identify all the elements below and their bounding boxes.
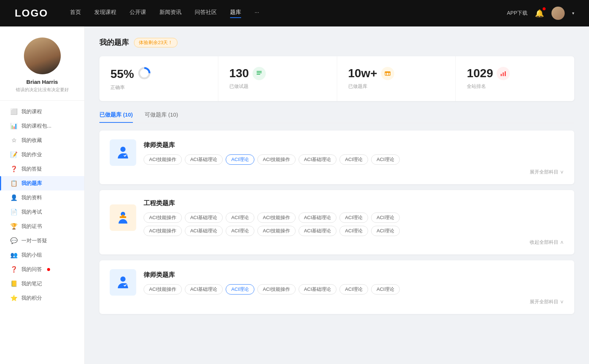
page-title: 我的题库 [99,38,129,47]
expand-link-0[interactable]: 展开全部科目 ∨ [110,169,564,175]
tag-1-6[interactable]: ACI理论 [371,213,400,223]
tag-1-13[interactable]: ACI理论 [371,226,400,236]
tag-2-3[interactable]: ACI技能操作 [257,284,296,295]
sidebar-item-question-bank[interactable]: 📋 我的题库 [0,176,84,190]
tag-1-3[interactable]: ACI技能操作 [257,213,296,223]
tag-1-12[interactable]: ACI理论 [339,226,368,236]
tag-0-4[interactable]: ACI基础理论 [299,154,337,165]
logo[interactable]: LOGO [15,7,48,19]
app-download-button[interactable]: APP下载 [507,10,528,17]
tag-0-5[interactable]: ACI理论 [339,154,368,165]
tag-0-6[interactable]: ACI理论 [371,154,400,165]
nav-open-course[interactable]: 公开课 [130,9,146,18]
stat-label-banks: 已做题库 [348,83,445,90]
user-menu-chevron[interactable]: ▾ [572,11,574,16]
avatar [24,38,61,74]
tag-1-10[interactable]: ACI技能操作 [257,226,296,236]
sidebar-item-favorites[interactable]: ☆ 我的收藏 [0,133,84,147]
sidebar-item-group[interactable]: 👥 我的小组 [0,248,84,262]
sidebar-item-my-course[interactable]: ⬜ 我的课程 [0,104,84,119]
qbank-icon-lawyer [110,139,136,166]
stat-value-rank: 1029 [467,67,493,80]
qbank-info: 律师类题库 ACI技能操作 ACI基础理论 ACI理论 ACI技能操作 ACI基… [144,141,564,165]
tag-2-2[interactable]: ACI理论 [226,284,254,295]
avatar-image [551,7,565,20]
sidebar-item-certificate[interactable]: 🏆 我的证书 [0,219,84,233]
question-icon: ❓ [10,165,18,172]
tag-1-8[interactable]: ACI基础理论 [185,226,223,236]
pie-chart-icon [138,67,151,81]
notification-bell[interactable]: 🔔 [535,9,544,18]
nav-news[interactable]: 新闻资讯 [159,9,181,18]
page-body: Brian Harris 错误的决定比没有决定要好 ⬜ 我的课程 📊 我的课程包… [0,26,589,364]
tags-row-0: ACI技能操作 ACI基础理论 ACI理论 ACI技能操作 ACI基础理论 AC… [144,154,564,165]
user-avatar-nav[interactable] [551,7,565,20]
tag-2-5[interactable]: ACI理论 [339,284,368,295]
qbank-header-1: 工程类题库 ACI技能操作 ACI基础理论 ACI理论 ACI技能操作 ACI基… [110,199,564,236]
sidebar-item-label: 我的考试 [21,209,42,215]
nav-courses[interactable]: 发现课程 [94,9,116,18]
tag-0-3[interactable]: ACI技能操作 [257,154,296,165]
tag-0-2[interactable]: ACI理论 [226,154,254,165]
tag-0-1[interactable]: ACI基础理论 [185,154,223,165]
tag-1-9[interactable]: ACI理论 [226,226,254,236]
trial-badge: 体验剩余23天！ [134,38,177,47]
stat-label-done: 已做试题 [229,83,326,90]
nav-question-bank[interactable]: 题库 [230,9,241,18]
sidebar-item-my-qa[interactable]: ❓ 我的问答 [0,262,84,276]
tag-1-4[interactable]: ACI基础理论 [299,213,337,223]
stat-done-banks: 10w+ 已做题库 [337,56,456,101]
stat-value-accuracy: 55% [110,67,134,81]
tag-1-1[interactable]: ACI基础理论 [185,213,223,223]
navbar: LOGO 首页 发现课程 公开课 新闻资讯 问答社区 题库 ··· APP下载 … [0,0,589,26]
svg-rect-3 [257,72,262,73]
tags-row-1b: ACI技能操作 ACI基础理论 ACI理论 ACI技能操作 ACI基础理论 AC… [144,226,564,236]
qbank-title-2: 律师类题库 [144,271,564,279]
sidebar-item-qa[interactable]: ❓ 我的答疑 [0,162,84,176]
stat-rank: 1029 全站排名 [456,56,574,101]
sidebar-item-one-on-one[interactable]: 💬 一对一答疑 [0,233,84,248]
profile-section: Brian Harris 错误的决定比没有决定要好 [0,38,84,101]
tag-0-0[interactable]: ACI技能操作 [144,154,182,165]
expand-link-2[interactable]: 展开全部科目 ∨ [110,299,564,305]
tab-done-banks[interactable]: 已做题库 (10) [99,111,133,123]
sidebar-item-course-pack[interactable]: 📊 我的课程包... [0,119,84,133]
sidebar-item-notes[interactable]: 📒 我的笔记 [0,276,84,291]
stat-done-questions: 130 已做试题 [218,56,337,101]
stat-top: 130 [229,67,326,80]
sidebar-item-points[interactable]: ⭐ 我的积分 [0,291,84,305]
sidebar-item-label: 一对一答疑 [21,238,47,244]
svg-rect-6 [385,72,390,73]
nav-home[interactable]: 首页 [70,9,81,18]
sidebar-item-label: 我的题库 [21,180,42,187]
sidebar-item-profile[interactable]: 👤 我的资料 [0,190,84,205]
group-icon: 👥 [10,251,18,258]
svg-rect-9 [501,74,502,76]
sidebar-item-exam[interactable]: 📄 我的考试 [0,205,84,219]
tags-row-2: ACI技能操作 ACI基础理论 ACI理论 ACI技能操作 ACI基础理论 AC… [144,284,564,295]
nav-more[interactable]: ··· [254,9,259,18]
profile-motto: 错误的决定比没有决定要好 [16,87,69,93]
svg-point-12 [120,147,126,152]
tag-1-5[interactable]: ACI理论 [339,213,368,223]
stat-top: 10w+ [348,67,445,80]
tab-available-banks[interactable]: 可做题库 (10) [145,111,178,123]
chat-icon: 💬 [10,237,18,244]
tag-1-2[interactable]: ACI理论 [226,213,254,223]
sidebar: Brian Harris 错误的决定比没有决定要好 ⬜ 我的课程 📊 我的课程包… [0,26,85,364]
tag-2-4[interactable]: ACI基础理论 [299,284,337,295]
qbank-info-2: 律师类题库 ACI技能操作 ACI基础理论 ACI理论 ACI技能操作 ACI基… [144,271,564,295]
svg-rect-2 [257,71,262,72]
qa-red-dot [47,268,50,271]
tag-2-1[interactable]: ACI基础理论 [185,284,223,295]
tag-2-6[interactable]: ACI理论 [371,284,400,295]
collapse-link-1[interactable]: 收起全部科目 ∧ [110,239,564,246]
sidebar-item-label: 我的作业 [21,151,42,158]
page-title-row: 我的题库 体验剩余23天！ [99,38,574,47]
nav-qa[interactable]: 问答社区 [195,9,217,18]
tag-1-7[interactable]: ACI技能操作 [144,226,182,236]
tag-1-0[interactable]: ACI技能操作 [144,213,182,223]
sidebar-item-homework[interactable]: 📝 我的作业 [0,147,84,162]
tag-2-0[interactable]: ACI技能操作 [144,284,182,295]
tag-1-11[interactable]: ACI基础理论 [299,226,337,236]
